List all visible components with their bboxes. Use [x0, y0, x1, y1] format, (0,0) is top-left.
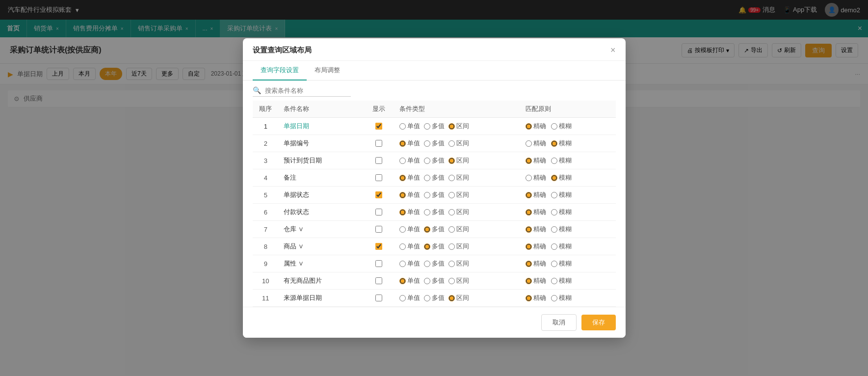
row-match: 精确模糊 [521, 290, 615, 307]
display-checkbox[interactable] [375, 277, 382, 284]
display-checkbox[interactable] [375, 140, 382, 147]
row-match: 精确模糊 [521, 152, 615, 169]
row-order: 8 [253, 238, 279, 255]
row-display [363, 187, 395, 204]
row-type: 单值多值区间 [395, 204, 521, 221]
row-type: 单值多值区间 [395, 255, 521, 272]
col-order: 顺序 [253, 101, 279, 118]
row-order: 2 [253, 135, 279, 152]
row-match: 精确模糊 [521, 118, 615, 135]
row-match: 精确模糊 [521, 169, 615, 187]
row-display [363, 221, 395, 238]
display-checkbox[interactable] [375, 209, 382, 215]
table-row: 1单据日期单值多值区间精确模糊 [253, 118, 616, 135]
col-display: 显示 [363, 101, 395, 118]
dialog-overlay: 设置查询区域布局 × 查询字段设置 布局调整 🔍 顺序 [0, 0, 868, 376]
row-name: 付款状态 [279, 204, 363, 221]
row-type: 单值多值区间 [395, 152, 521, 169]
row-match: 精确模糊 [521, 204, 615, 221]
row-type: 单值多值区间 [395, 169, 521, 187]
row-order: 1 [253, 118, 279, 135]
row-match: 精确模糊 [521, 135, 615, 152]
display-checkbox[interactable] [375, 295, 382, 301]
settings-dialog: 设置查询区域布局 × 查询字段设置 布局调整 🔍 顺序 [243, 38, 626, 338]
row-order: 9 [253, 255, 279, 272]
row-display [363, 152, 395, 169]
tab-query-fields[interactable]: 查询字段设置 [253, 61, 307, 81]
row-name: 仓库 ∨ [279, 221, 363, 238]
row-match: 精确模糊 [521, 255, 615, 272]
display-checkbox[interactable] [375, 226, 382, 233]
row-name: 单据编号 [279, 135, 363, 152]
row-match: 精确模糊 [521, 221, 615, 238]
row-name: 来源单据日期 [279, 290, 363, 307]
row-name: 属性 ∨ [279, 255, 363, 272]
search-input[interactable] [265, 87, 343, 94]
dialog-tab-bar: 查询字段设置 布局调整 [243, 61, 626, 81]
table-row: 4备注单值多值区间精确模糊 [253, 169, 616, 187]
dialog-footer: 取消 保存 [243, 307, 626, 338]
row-order: 4 [253, 169, 279, 187]
row-name: 商品 ∨ [279, 238, 363, 255]
row-match: 精确模糊 [521, 272, 615, 290]
search-icon: 🔍 [253, 86, 261, 94]
display-checkbox[interactable] [375, 243, 382, 250]
table-row: 2单据编号单值多值区间精确模糊 [253, 135, 616, 152]
dialog-table-wrap: 顺序 条件名称 显示 条件类型 匹配原则 1单据日期单值多值区间精确模糊2单据编… [243, 101, 626, 307]
row-order: 10 [253, 272, 279, 290]
table-row: 11来源单据日期单值多值区间精确模糊 [253, 290, 616, 307]
row-display [363, 118, 395, 135]
table-head: 顺序 条件名称 显示 条件类型 匹配原则 [253, 101, 616, 118]
dialog-close-button[interactable]: × [610, 45, 616, 55]
row-display [363, 135, 395, 152]
dialog-header: 设置查询区域布局 × [243, 38, 626, 61]
row-name: 单据状态 [279, 187, 363, 204]
conditions-table: 顺序 条件名称 显示 条件类型 匹配原则 1单据日期单值多值区间精确模糊2单据编… [253, 101, 616, 307]
conditions-table-body: 1单据日期单值多值区间精确模糊2单据编号单值多值区间精确模糊3预计到货日期单值多… [253, 118, 616, 307]
row-order: 7 [253, 221, 279, 238]
display-checkbox[interactable] [375, 260, 382, 267]
row-type: 单值多值区间 [395, 238, 521, 255]
col-name: 条件名称 [279, 101, 363, 118]
cancel-button[interactable]: 取消 [541, 314, 577, 331]
display-checkbox[interactable] [375, 191, 382, 198]
table-row: 9属性 ∨单值多值区间精确模糊 [253, 255, 616, 272]
table-row: 8商品 ∨单值多值区间精确模糊 [253, 238, 616, 255]
row-type: 单值多值区间 [395, 290, 521, 307]
row-type: 单值多值区间 [395, 221, 521, 238]
row-type: 单值多值区间 [395, 187, 521, 204]
row-name: 单据日期 [279, 118, 363, 135]
row-match: 精确模糊 [521, 238, 615, 255]
row-display [363, 272, 395, 290]
row-order: 5 [253, 187, 279, 204]
row-display [363, 169, 395, 187]
search-box: 🔍 [253, 86, 351, 97]
row-type: 单值多值区间 [395, 272, 521, 290]
dialog-search-area: 🔍 [243, 81, 626, 101]
row-name: 有无商品图片 [279, 272, 363, 290]
row-display [363, 255, 395, 272]
dialog-title: 设置查询区域布局 [253, 46, 312, 55]
col-match: 匹配原则 [521, 101, 615, 118]
row-display [363, 290, 395, 307]
row-name: 备注 [279, 169, 363, 187]
table-row: 7仓库 ∨单值多值区间精确模糊 [253, 221, 616, 238]
tab-layout-adjust[interactable]: 布局调整 [307, 61, 348, 81]
row-match: 精确模糊 [521, 187, 615, 204]
row-order: 6 [253, 204, 279, 221]
display-checkbox[interactable] [375, 174, 382, 181]
row-type: 单值多值区间 [395, 118, 521, 135]
table-row: 3预计到货日期单值多值区间精确模糊 [253, 152, 616, 169]
col-type: 条件类型 [395, 101, 521, 118]
row-display [363, 238, 395, 255]
row-display [363, 204, 395, 221]
row-name: 预计到货日期 [279, 152, 363, 169]
row-type: 单值多值区间 [395, 135, 521, 152]
display-checkbox[interactable] [375, 123, 382, 130]
save-button[interactable]: 保存 [581, 315, 616, 330]
table-row: 10有无商品图片单值多值区间精确模糊 [253, 272, 616, 290]
row-order: 11 [253, 290, 279, 307]
table-row: 5单据状态单值多值区间精确模糊 [253, 187, 616, 204]
display-checkbox[interactable] [375, 157, 382, 164]
row-order: 3 [253, 152, 279, 169]
